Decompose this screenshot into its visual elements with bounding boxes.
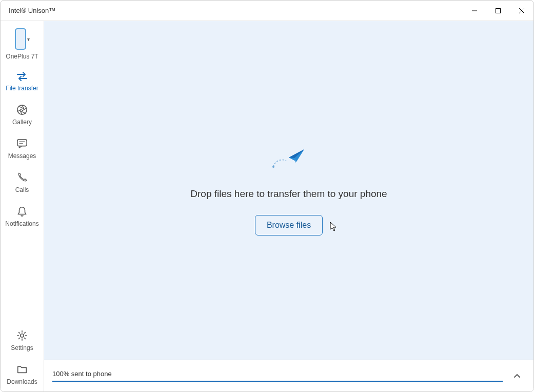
browse-files-button[interactable]: Browse files bbox=[255, 215, 323, 236]
sidebar-item-settings[interactable]: Settings bbox=[1, 324, 44, 358]
sidebar-item-label: Settings bbox=[11, 344, 33, 351]
chevron-down-icon: ▾ bbox=[27, 36, 30, 42]
sidebar-item-label: Notifications bbox=[5, 220, 38, 227]
phone-call-icon bbox=[16, 172, 28, 183]
sidebar-item-calls[interactable]: Calls bbox=[1, 166, 44, 200]
window-controls bbox=[463, 1, 533, 21]
progress-fill bbox=[52, 381, 503, 382]
bell-icon bbox=[16, 206, 28, 217]
status-text: 100% sent to phone bbox=[52, 370, 503, 378]
sidebar-item-label: File transfer bbox=[6, 85, 38, 92]
main-panel: Drop files here to transfer them to your… bbox=[44, 21, 533, 391]
expand-status-button[interactable] bbox=[509, 368, 525, 384]
svg-point-8 bbox=[21, 334, 24, 337]
sidebar: ▾ OnePlus 7T File transfer Gallery Messa… bbox=[1, 21, 44, 391]
drop-zone[interactable]: Drop files here to transfer them to your… bbox=[44, 21, 533, 360]
minimize-button[interactable] bbox=[463, 1, 486, 21]
message-icon bbox=[16, 138, 28, 149]
aperture-icon bbox=[16, 104, 28, 115]
sidebar-item-label: Calls bbox=[15, 186, 29, 193]
svg-point-9 bbox=[272, 166, 274, 168]
transfer-icon bbox=[16, 71, 28, 82]
progress-bar bbox=[52, 381, 503, 382]
paper-plane-icon bbox=[271, 145, 307, 173]
sidebar-item-downloads[interactable]: Downloads bbox=[1, 358, 44, 391]
chevron-up-icon bbox=[513, 373, 521, 380]
status-bar: 100% sent to phone bbox=[44, 360, 533, 391]
sidebar-item-messages[interactable]: Messages bbox=[1, 132, 44, 166]
svg-rect-1 bbox=[496, 8, 501, 13]
sidebar-item-notifications[interactable]: Notifications bbox=[1, 200, 44, 233]
minimize-icon bbox=[472, 8, 477, 13]
sidebar-item-gallery[interactable]: Gallery bbox=[1, 98, 44, 132]
folder-icon bbox=[16, 364, 28, 375]
sidebar-item-label: Gallery bbox=[12, 119, 32, 126]
device-selector[interactable]: ▾ OnePlus 7T bbox=[1, 21, 44, 65]
window-title: Intel® Unison™ bbox=[9, 7, 463, 14]
gear-icon bbox=[16, 330, 28, 341]
phone-icon bbox=[15, 28, 26, 50]
sidebar-item-file-transfer[interactable]: File transfer bbox=[1, 65, 44, 98]
maximize-icon bbox=[496, 8, 501, 13]
svg-rect-5 bbox=[17, 140, 27, 146]
sidebar-item-label: Downloads bbox=[7, 378, 37, 385]
maximize-button[interactable] bbox=[486, 1, 510, 21]
close-icon bbox=[519, 8, 524, 13]
sidebar-item-label: Messages bbox=[8, 152, 36, 160]
titlebar: Intel® Unison™ bbox=[1, 1, 533, 21]
device-name-label: OnePlus 7T bbox=[6, 53, 38, 60]
close-button[interactable] bbox=[510, 1, 533, 21]
drop-instruction-text: Drop files here to transfer them to your… bbox=[190, 188, 387, 200]
